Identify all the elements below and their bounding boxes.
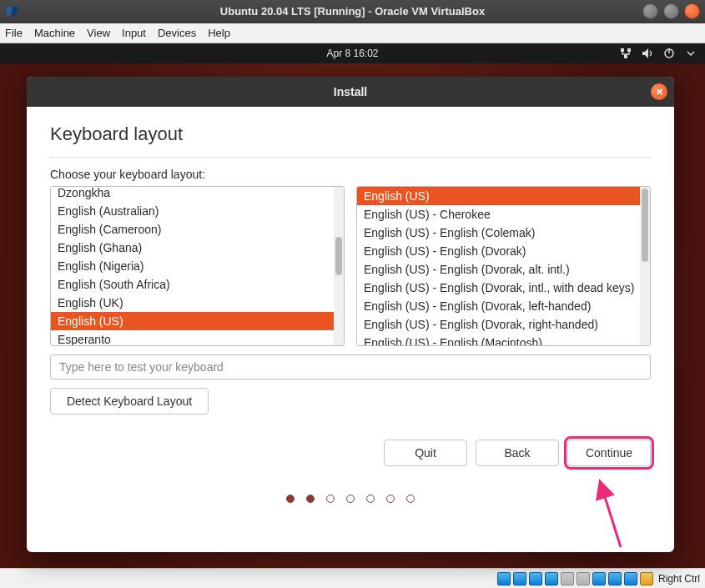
status-hdd-icon[interactable] bbox=[497, 572, 511, 585]
install-body: Keyboard layout Choose your keyboard lay… bbox=[27, 107, 674, 552]
page-title: Keyboard layout bbox=[50, 123, 651, 145]
layout-scrollbar[interactable] bbox=[334, 187, 344, 345]
layout-item[interactable]: English (Australian) bbox=[51, 202, 334, 220]
progress-dot bbox=[406, 495, 415, 503]
virtualbox-logo-icon bbox=[5, 4, 20, 19]
variant-item[interactable]: English (US) - English (Macintosh) bbox=[357, 334, 640, 346]
menu-help[interactable]: Help bbox=[208, 27, 230, 39]
status-shared-folder-icon[interactable] bbox=[561, 572, 574, 585]
choose-layout-label: Choose your keyboard layout: bbox=[50, 168, 651, 181]
install-window-close-button[interactable]: ✕ bbox=[651, 83, 667, 100]
progress-dot bbox=[326, 495, 335, 503]
variant-item[interactable]: English (US) - English (Dvorak, left-han… bbox=[357, 297, 640, 315]
back-button[interactable]: Back bbox=[476, 440, 559, 466]
svg-marker-1 bbox=[13, 7, 18, 17]
keyboard-test-input[interactable] bbox=[50, 354, 651, 379]
virtualbox-statusbar: Right Ctrl bbox=[0, 568, 705, 588]
chevron-down-icon[interactable] bbox=[685, 48, 697, 59]
variant-item[interactable]: English (US) - English (Dvorak, alt. int… bbox=[357, 260, 640, 279]
window-close-button[interactable] bbox=[684, 3, 700, 19]
status-mouse-icon[interactable] bbox=[640, 572, 653, 585]
menu-view[interactable]: View bbox=[87, 27, 110, 39]
status-display-icon[interactable] bbox=[592, 572, 606, 585]
detect-keyboard-button[interactable]: Detect Keyboard Layout bbox=[50, 388, 209, 415]
status-usb-icon[interactable] bbox=[529, 572, 542, 585]
window-minimize-button[interactable] bbox=[642, 3, 658, 19]
variant-listbox[interactable]: English (US)English (US) - CherokeeEngli… bbox=[356, 186, 651, 346]
quit-button[interactable]: Quit bbox=[384, 440, 467, 466]
variant-scrollbar[interactable] bbox=[640, 187, 650, 345]
menu-file[interactable]: File bbox=[5, 27, 23, 39]
virtualbox-menubar: File Machine View Input Devices Help bbox=[0, 23, 705, 43]
layout-item[interactable]: English (South Africa) bbox=[51, 275, 334, 294]
menu-input[interactable]: Input bbox=[122, 27, 146, 39]
variant-item[interactable]: English (US) - English (Dvorak, intl., w… bbox=[357, 279, 640, 297]
continue-button[interactable]: Continue bbox=[567, 440, 651, 466]
gnome-system-tray[interactable] bbox=[620, 48, 697, 59]
ubuntu-desktop-background: Apr 8 16:02 Install ✕ bbox=[0, 43, 705, 568]
layout-item[interactable]: Esperanto bbox=[51, 330, 334, 346]
layout-item[interactable]: English (Nigeria) bbox=[51, 257, 334, 275]
menu-machine[interactable]: Machine bbox=[34, 27, 75, 39]
divider bbox=[50, 157, 651, 158]
svg-rect-2 bbox=[621, 48, 624, 52]
window-control-group bbox=[642, 3, 700, 19]
layout-listbox[interactable]: DzongkhaEnglish (Australian)English (Cam… bbox=[50, 186, 345, 346]
progress-dot bbox=[286, 495, 295, 503]
layout-item[interactable]: English (Ghana) bbox=[51, 239, 334, 257]
host-key-label: Right Ctrl bbox=[658, 573, 700, 585]
status-record-icon[interactable] bbox=[608, 572, 622, 585]
install-titlebar: Install ✕ bbox=[27, 77, 674, 107]
progress-dot bbox=[306, 495, 315, 503]
status-audio-icon[interactable] bbox=[577, 572, 590, 585]
status-optical-icon[interactable] bbox=[513, 572, 526, 585]
status-cpu-icon[interactable] bbox=[624, 572, 637, 585]
progress-dot bbox=[346, 495, 355, 503]
variant-item[interactable]: English (US) - English (Colemak) bbox=[357, 224, 640, 242]
svg-marker-0 bbox=[7, 7, 13, 17]
virtualbox-titlebar: Ubuntu 20.04 LTS [Running] - Oracle VM V… bbox=[0, 0, 705, 23]
menu-devices[interactable]: Devices bbox=[158, 27, 196, 39]
progress-dots bbox=[50, 495, 651, 503]
volume-icon[interactable] bbox=[642, 48, 653, 59]
layout-item[interactable]: Dzongkha bbox=[51, 186, 334, 202]
window-maximize-button[interactable] bbox=[663, 3, 679, 19]
layout-item[interactable]: English (Cameroon) bbox=[51, 220, 334, 239]
install-window-title: Install bbox=[334, 85, 367, 98]
svg-marker-5 bbox=[642, 48, 648, 58]
power-icon[interactable] bbox=[663, 48, 675, 59]
svg-rect-3 bbox=[627, 48, 631, 52]
progress-dot bbox=[386, 495, 395, 503]
status-network-icon[interactable] bbox=[545, 572, 558, 585]
gnome-top-bar[interactable]: Apr 8 16:02 bbox=[0, 43, 705, 63]
progress-dot bbox=[366, 495, 375, 503]
variant-item[interactable]: English (US) bbox=[357, 187, 640, 205]
network-icon[interactable] bbox=[620, 48, 632, 59]
guest-framebuffer: Apr 8 16:02 Install ✕ bbox=[0, 43, 705, 568]
variant-item[interactable]: English (US) - English (Dvorak, right-ha… bbox=[357, 315, 640, 334]
virtualbox-window-title: Ubuntu 20.04 LTS [Running] - Oracle VM V… bbox=[220, 5, 485, 18]
variant-item[interactable]: English (US) - English (Dvorak) bbox=[357, 242, 640, 260]
install-window: Install ✕ Keyboard layout Choose your ke… bbox=[27, 77, 674, 552]
variant-item[interactable]: English (US) - Cherokee bbox=[357, 205, 640, 224]
gnome-clock[interactable]: Apr 8 16:02 bbox=[326, 48, 378, 59]
navigation-row: Quit Back Continue bbox=[50, 440, 651, 466]
layout-item[interactable]: English (UK) bbox=[51, 294, 334, 312]
layout-item[interactable]: English (US) bbox=[51, 312, 334, 330]
